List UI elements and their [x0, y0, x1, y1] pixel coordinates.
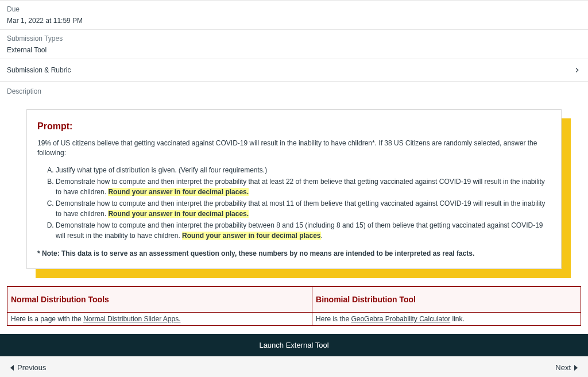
tools-col2-post: link.	[450, 315, 465, 323]
table-row: Normal Distribution Tools Binomial Distr…	[7, 287, 581, 313]
geogebra-link[interactable]: GeoGebra Probability Calculator	[351, 315, 450, 323]
list-item: Demonstrate how to compute and then inte…	[56, 220, 551, 241]
submission-types-value: External Tool	[7, 46, 581, 54]
list-item: Demonstrate how to compute and then inte…	[56, 198, 551, 219]
submission-types-label: Submission Types	[7, 34, 581, 43]
tools-col1-cell: Here is a page with the Normal Distribut…	[7, 313, 312, 326]
tools-col1-pre: Here is a page with the	[11, 315, 83, 323]
item-c-highlight: Round your answer in four decimal places…	[108, 210, 249, 218]
list-item: Demonstrate how to compute and then inte…	[56, 176, 551, 197]
launch-external-tool-button[interactable]: Launch External Tool	[0, 334, 588, 356]
tools-col2-cell: Here is the GeoGebra Probability Calcula…	[312, 313, 581, 326]
item-b-highlight: Round your answer in four decimal places…	[108, 188, 249, 196]
due-label: Due	[7, 5, 581, 13]
prompt-wrapper: Prompt: 19% of US citizens believe that …	[26, 109, 562, 269]
next-label: Next	[555, 363, 571, 372]
tools-col2-pre: Here is the	[316, 315, 351, 323]
list-item: Justify what type of distribution is giv…	[56, 165, 551, 175]
prompt-title: Prompt:	[37, 121, 551, 132]
description-label: Description	[0, 82, 588, 99]
item-d-post: .	[321, 232, 323, 240]
tools-col1-header: Normal Distribution Tools	[7, 287, 312, 313]
nav-bar: Previous Next	[0, 356, 588, 377]
previous-button[interactable]: Previous	[10, 363, 47, 372]
tools-table: Normal Distribution Tools Binomial Distr…	[7, 286, 581, 326]
item-a: Justify what type of distribution is giv…	[56, 166, 267, 174]
normal-distribution-link[interactable]: Normal Distribution Slider Apps.	[83, 315, 180, 323]
due-value: Mar 1, 2022 at 11:59 PM	[7, 17, 581, 25]
triangle-left-icon	[10, 365, 14, 371]
next-button[interactable]: Next	[555, 363, 578, 372]
item-d-highlight: Round your answer in four decimal places	[182, 232, 320, 240]
chevron-right-icon	[573, 66, 581, 74]
due-section: Due Mar 1, 2022 at 11:59 PM	[0, 0, 588, 29]
submission-rubric-row[interactable]: Submission & Rubric	[0, 59, 588, 82]
prompt-note: * Note: This data is to serve as an asse…	[37, 249, 551, 259]
tools-col2-header: Binomial Distribution Tool	[312, 287, 581, 313]
table-row: Here is a page with the Normal Distribut…	[7, 313, 581, 326]
previous-label: Previous	[17, 363, 47, 372]
prompt-intro: 19% of US citizens believe that getting …	[37, 139, 551, 158]
prompt-box: Prompt: 19% of US citizens believe that …	[26, 109, 562, 269]
prompt-list: Justify what type of distribution is giv…	[37, 165, 551, 241]
submission-rubric-label: Submission & Rubric	[7, 66, 71, 74]
triangle-right-icon	[574, 365, 578, 371]
submission-types-section: Submission Types External Tool	[0, 29, 588, 59]
